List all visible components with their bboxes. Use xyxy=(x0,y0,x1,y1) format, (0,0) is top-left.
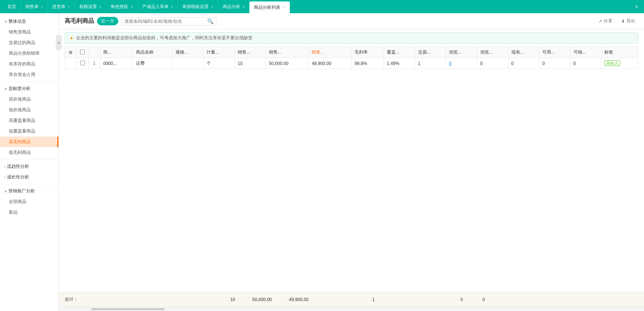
col-header-tag[interactable]: 标签 xyxy=(601,47,638,58)
cell-sale-qty: 10 xyxy=(235,58,266,69)
close-purchase-tab[interactable]: × xyxy=(68,4,70,9)
search-box: 🔍 xyxy=(121,17,217,25)
content-area: 高毛利商品 近一月 🔍 ↗ 分享 ⬇ 导出 xyxy=(59,13,644,311)
sidebar-group-growth[interactable]: › 成长性分析 xyxy=(0,172,58,182)
footer-stock3: 0 xyxy=(466,297,488,302)
col-header-sale-amt[interactable]: 销售... xyxy=(266,47,309,58)
sidebar-item-sales-goods[interactable]: 销售货商品 xyxy=(0,27,58,37)
col-header-checkbox[interactable] xyxy=(77,47,89,58)
cell-code: 0000... xyxy=(100,58,133,69)
col-header-name[interactable]: 商品名称 xyxy=(133,47,173,58)
scrollbar-thumb[interactable] xyxy=(91,308,165,310)
col-header-code[interactable]: 商... xyxy=(100,47,133,58)
col-header-unit[interactable]: 计量... xyxy=(204,47,235,58)
top-nav: 首页 销售单 × 进货单 × 权限设置 × 角色授权 × 产成品入库单 × 单据… xyxy=(0,0,644,13)
search-input[interactable] xyxy=(125,19,207,24)
close-product-in-tab[interactable]: × xyxy=(171,4,173,9)
close-permission-tab[interactable]: × xyxy=(99,4,101,9)
select-all-checkbox[interactable] xyxy=(80,50,85,54)
window-close-btn[interactable]: × xyxy=(632,4,641,10)
arrow-contribution: ∨ xyxy=(4,87,7,91)
col-header-gross-rate[interactable]: 毛利率 xyxy=(352,47,384,58)
cell-spec xyxy=(172,58,204,69)
page-title: 高毛利商品 xyxy=(65,17,94,25)
footer-stock2: 0 xyxy=(444,297,466,302)
close-sales-tab[interactable]: × xyxy=(41,4,43,9)
nav-sales[interactable]: 销售单 × xyxy=(21,0,48,13)
filter-recent-month-btn[interactable]: 近一月 xyxy=(97,17,118,25)
sidebar-item-traded-goods[interactable]: 交易过的商品 xyxy=(0,37,58,48)
nav-home[interactable]: 首页 xyxy=(3,0,21,13)
info-icon: ✦ xyxy=(69,35,74,41)
cell-trade: 1 xyxy=(415,58,446,69)
sidebar-group-trend[interactable]: › 流趋性分析 xyxy=(0,161,58,172)
export-btn[interactable]: ⬇ 导出 xyxy=(618,17,638,25)
table-scroll-bar[interactable] xyxy=(59,307,644,311)
sidebar-item-low-value[interactable]: 低价值商品 xyxy=(0,105,58,115)
col-header-stock3[interactable]: 可销... xyxy=(570,47,601,58)
cell-browse1[interactable]: 0 xyxy=(446,58,477,69)
sidebar-item-stock-capital[interactable]: 库存资金占用 xyxy=(0,69,58,80)
content-header: 高毛利商品 近一月 🔍 ↗ 分享 ⬇ 导出 xyxy=(59,13,644,29)
share-btn[interactable]: ↗ 分享 xyxy=(596,17,615,25)
sidebar-item-category-rate[interactable]: 商品分类助销率 xyxy=(0,48,58,59)
footer-label: 合计： xyxy=(65,296,78,303)
close-template-tab[interactable]: × xyxy=(211,4,213,9)
arrow-growth: › xyxy=(4,175,6,179)
col-header-coverage[interactable]: 覆盖... xyxy=(384,47,415,58)
cell-coverage: 1.49% xyxy=(384,58,415,69)
sidebar-item-low-margin[interactable]: 低毛利商品 xyxy=(0,147,58,158)
sidebar-item-low-coverage[interactable]: 低覆盖量商品 xyxy=(0,126,58,137)
sidebar: ∨ 整体信息 销售货商品 交易过的商品 商品分类助销率 有库存的商品 库存资金占… xyxy=(0,13,59,311)
sidebar-group-contribution[interactable]: ∨ 贡献度分析 xyxy=(0,83,58,94)
col-header-trade[interactable]: 交易... xyxy=(415,47,446,58)
cell-num: 1 xyxy=(89,58,100,69)
nav-goods-analysis[interactable]: 商品分析 × xyxy=(218,0,249,13)
col-header-sale-profit[interactable]: 销售... xyxy=(309,47,352,58)
cell-checkbox[interactable] xyxy=(77,58,89,69)
cell-stock2: 0 xyxy=(539,58,571,69)
footer-sale-qty: 10 xyxy=(216,297,238,302)
sidebar-item-high-coverage[interactable]: 高覆盖量商品 xyxy=(0,115,58,126)
sidebar-item-high-margin[interactable]: 高毛利商品 xyxy=(0,137,58,147)
nav-product-in[interactable]: 产成品入库单 × xyxy=(138,0,178,13)
nav-template[interactable]: 单据模板设置 × xyxy=(178,0,218,13)
share-icon: ↗ xyxy=(598,19,602,24)
cell-sale-profit: 49,900.00 xyxy=(309,58,352,69)
nav-goods-analysis-list[interactable]: 商品分析列表 × xyxy=(249,1,289,13)
cell-tag: 高收入 xyxy=(601,58,638,69)
close-role-tab[interactable]: × xyxy=(130,4,133,9)
arrow-marketing: ∨ xyxy=(4,189,7,193)
cell-gross-rate: 99.8% xyxy=(352,58,384,69)
col-header-spec[interactable]: 规格... xyxy=(172,47,204,58)
cell-browse2: 0 xyxy=(477,58,508,69)
col-header-settings[interactable]: ⚙ xyxy=(65,47,77,58)
nav-permission[interactable]: 权限设置 × xyxy=(75,0,106,13)
nav-role[interactable]: 角色授权 × xyxy=(106,0,137,13)
col-header-stock1[interactable]: 现有... xyxy=(508,47,539,58)
sidebar-group-overall[interactable]: ∨ 整体信息 xyxy=(0,16,58,27)
col-header-stock2[interactable]: 可用... xyxy=(539,47,571,58)
close-goods-analysis-tab[interactable]: × xyxy=(242,4,245,9)
sidebar-item-high-value[interactable]: 高价值商品 xyxy=(0,94,58,105)
export-icon: ⬇ xyxy=(621,19,625,24)
cell-sale-amt: 50,000.00 xyxy=(266,58,309,69)
cell-name: 运费 xyxy=(133,58,173,69)
close-goods-analysis-list-tab[interactable]: × xyxy=(283,5,285,10)
col-header-sale-qty[interactable]: 销售... xyxy=(235,47,266,58)
search-icon[interactable]: 🔍 xyxy=(207,18,213,24)
col-header-num xyxy=(89,47,100,58)
row-checkbox[interactable] xyxy=(80,61,85,65)
sidebar-collapse-btn[interactable]: « xyxy=(56,35,62,50)
cell-stock1: 0 xyxy=(508,58,539,69)
table-row: 1 0000... 运费 个 10 50,000.00 49,900.00 99… xyxy=(65,58,638,69)
sidebar-item-in-stock[interactable]: 有库存的商品 xyxy=(0,59,58,69)
table-container: ⚙ 商... 商品名称 规格... 计量... 销售... 销售... 销售.. xyxy=(59,47,644,292)
sidebar-item-all-goods[interactable]: 全部商品 xyxy=(0,196,58,207)
nav-purchase[interactable]: 进货单 × xyxy=(48,0,75,13)
col-header-browse1[interactable]: 浏览... xyxy=(446,47,477,58)
col-header-browse2[interactable]: 浏览... xyxy=(477,47,508,58)
sidebar-item-new-goods[interactable]: 新品 xyxy=(0,207,58,218)
header-actions: ↗ 分享 ⬇ 导出 xyxy=(596,17,638,25)
sidebar-group-marketing[interactable]: ∨ 营销推广分析 xyxy=(0,186,58,196)
